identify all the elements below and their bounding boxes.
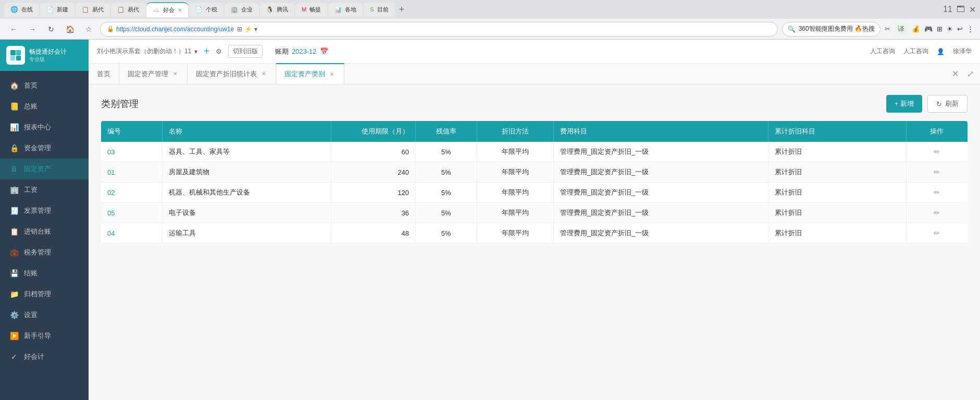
bookmark-button[interactable]: ☆ [81, 22, 96, 37]
cell-period-3: 36 [331, 203, 416, 223]
table-row: 05 电子设备 36 5% 年限平均 管理费用_固定资产折旧_一级 累计折旧 ✏ [101, 203, 967, 223]
toolbar-scissors[interactable]: ✂ [885, 25, 890, 33]
close-window-button[interactable]: ✕ [969, 5, 976, 15]
tab-fixed-asset-mgmt-close[interactable]: ✕ [171, 70, 179, 77]
browser-tab-tencent[interactable]: 🐧 腾讯 [260, 3, 294, 17]
new-tab-button[interactable]: + [396, 4, 408, 15]
cell-method-1: 年限平均 [477, 162, 553, 183]
th-rate: 残值率 [415, 121, 477, 142]
sidebar-item-guide[interactable]: ▶️ 新手引导 [0, 325, 89, 346]
sidebar-item-fixed-assets[interactable]: 🖥 固定资产 [0, 159, 89, 179]
browser-tab-tax[interactable]: 📄 个税 [189, 3, 224, 17]
tab-home[interactable]: 首页 [89, 64, 119, 84]
minimize-button[interactable]: 11 [943, 5, 952, 14]
browser-tab-haohui[interactable]: ☁️ 好会 ✕ [146, 2, 188, 17]
logo-badge: 专业版 [29, 56, 67, 63]
sidebar-item-payroll[interactable]: 🏢 工资 [0, 179, 89, 200]
browser-tab-yida1[interactable]: 📋 易代 [76, 3, 110, 17]
page-title-row: 类别管理 + 新增 ↻ 刷新 [101, 95, 967, 113]
sidebar-menu: 🏠 首页 📒 总账 📊 报表中心 🔒 资金管理 🖥 固定资产 🏢 工资 [0, 71, 89, 400]
sidebar-item-settings[interactable]: ⚙️ 设置 [0, 305, 89, 325]
edit-button-4[interactable]: ✏ [934, 229, 940, 237]
cell-accum-0: 累计折旧 [768, 142, 906, 162]
cell-code-0: 03 [101, 142, 163, 162]
refresh-button[interactable]: ↻ [44, 22, 58, 37]
sidebar-item-ledger[interactable]: 📒 总账 [0, 96, 89, 117]
settings-gear-icon[interactable]: ⚙ [216, 47, 222, 55]
browser-tab-geди[interactable]: 📊 各地 [328, 3, 363, 17]
cell-name-2: 机器、机械和其他生产设备 [163, 183, 331, 203]
toolbar-grid[interactable]: ⊞ [937, 25, 942, 33]
browser-tab-new[interactable]: 📄 新建 [40, 3, 75, 17]
edit-button-0[interactable]: ✏ [934, 148, 940, 156]
cell-subject-4: 管理费用_固定资产折旧_一级 [553, 223, 768, 244]
logo-text: 畅捷通好会计 [29, 47, 67, 56]
svg-rect-1 [16, 50, 21, 55]
tab-asset-category-close[interactable]: ✕ [328, 71, 336, 78]
sidebar-label-tax: 税务管理 [24, 248, 51, 257]
cell-rate-2: 5% [415, 183, 477, 203]
sidebar-item-invoice[interactable]: 🧾 发票管理 [0, 200, 89, 221]
code-link-3[interactable]: 05 [107, 209, 115, 217]
toolbar-translate[interactable]: 译 [895, 23, 908, 35]
toolbar-game[interactable]: 🎮 [924, 25, 933, 33]
home-button[interactable]: 🏠 [63, 22, 77, 37]
sidebar-item-funds[interactable]: 🔒 资金管理 [0, 138, 89, 159]
version-switch-button[interactable]: 切到旧版 [228, 45, 263, 58]
action-bar: + 新增 ↻ 刷新 [886, 95, 967, 113]
back-button[interactable]: ← [6, 22, 21, 37]
browser-toolbar: ← → ↻ 🏠 ☆ 🔒 https://cloud.chanjet.com/ac… [0, 19, 980, 40]
sidebar-item-haokuaiji[interactable]: ✓ 好会计 [0, 346, 89, 367]
sidebar-label-purchases: 进销台账 [24, 227, 51, 236]
toolbar-undo[interactable]: ↩ [957, 25, 963, 33]
url-text: https://cloud.chanjet.com/accounting/uw1… [116, 26, 234, 33]
add-account-button[interactable]: + [204, 46, 209, 57]
search-bar[interactable]: 🔍 360智能抠图免费用 🔥热搜 [782, 22, 880, 37]
browser-tab-changte[interactable]: M 畅提 [295, 3, 327, 17]
tab-maximize-button[interactable]: ⤢ [965, 67, 976, 81]
tab-asset-category[interactable]: 固定资产类别 ✕ [276, 63, 344, 84]
tab-fixed-asset-mgmt[interactable]: 固定资产管理 ✕ [119, 64, 188, 84]
cell-code-3: 05 [101, 203, 163, 223]
svg-rect-2 [10, 56, 15, 60]
sidebar-item-purchases[interactable]: 📋 进销台账 [0, 221, 89, 242]
consult-button[interactable]: 人工咨询 [870, 47, 895, 56]
code-link-4[interactable]: 04 [107, 229, 115, 237]
th-accum: 累计折旧科目 [768, 121, 906, 142]
cell-action-0: ✏ [906, 142, 967, 162]
sidebar-item-archive[interactable]: 📁 归档管理 [0, 284, 89, 305]
sidebar-item-close[interactable]: 💾 结账 [0, 263, 89, 284]
edit-button-3[interactable]: ✏ [934, 209, 940, 217]
sidebar-item-reports[interactable]: 📊 报表中心 [0, 117, 89, 138]
code-link-0[interactable]: 03 [107, 148, 115, 156]
restore-button[interactable]: 🗔 [957, 5, 965, 14]
browser-tab-online[interactable]: 🌐 在线 [4, 3, 39, 17]
haokuaiji-icon: ✓ [9, 353, 19, 361]
cell-period-2: 120 [331, 183, 416, 203]
code-link-2[interactable]: 02 [107, 189, 115, 197]
edit-button-2[interactable]: ✏ [934, 188, 940, 197]
sidebar-item-tax[interactable]: 💼 税务管理 [0, 242, 89, 263]
sidebar-item-home[interactable]: 🏠 首页 [0, 75, 89, 96]
toolbar-coin[interactable]: 💰 [912, 25, 920, 33]
toolbar-brightness[interactable]: ☀ [947, 25, 953, 33]
address-bar[interactable]: 🔒 https://cloud.chanjet.com/accounting/u… [100, 22, 778, 37]
refresh-label: 刷新 [945, 99, 959, 108]
close-period-icon: 💾 [9, 269, 19, 277]
browser-tab-yida2[interactable]: 📋 易代 [111, 3, 145, 17]
toolbar-menu[interactable]: ⋮ [967, 25, 974, 33]
browser-tab-enterprise[interactable]: 🏢 企业 [225, 3, 259, 17]
tab-depreciation-report-close[interactable]: ✕ [260, 70, 267, 77]
calendar-icon[interactable]: 📅 [320, 47, 328, 55]
tab-actions: ✕ ⤢ [950, 67, 980, 81]
add-category-button[interactable]: + 新增 [886, 95, 922, 113]
tab-depreciation-report[interactable]: 固定资产折旧统计表 ✕ [188, 64, 276, 84]
tab-close-panel-button[interactable]: ✕ [950, 67, 961, 81]
dropdown-arrow-icon[interactable]: ▾ [194, 48, 197, 55]
forward-button[interactable]: → [25, 22, 40, 37]
edit-button-1[interactable]: ✏ [934, 168, 940, 176]
code-link-1[interactable]: 01 [107, 168, 115, 176]
cell-method-0: 年限平均 [477, 142, 553, 162]
refresh-table-button[interactable]: ↻ 刷新 [927, 95, 967, 113]
browser-tab-muqian[interactable]: S 目前 [364, 3, 394, 17]
